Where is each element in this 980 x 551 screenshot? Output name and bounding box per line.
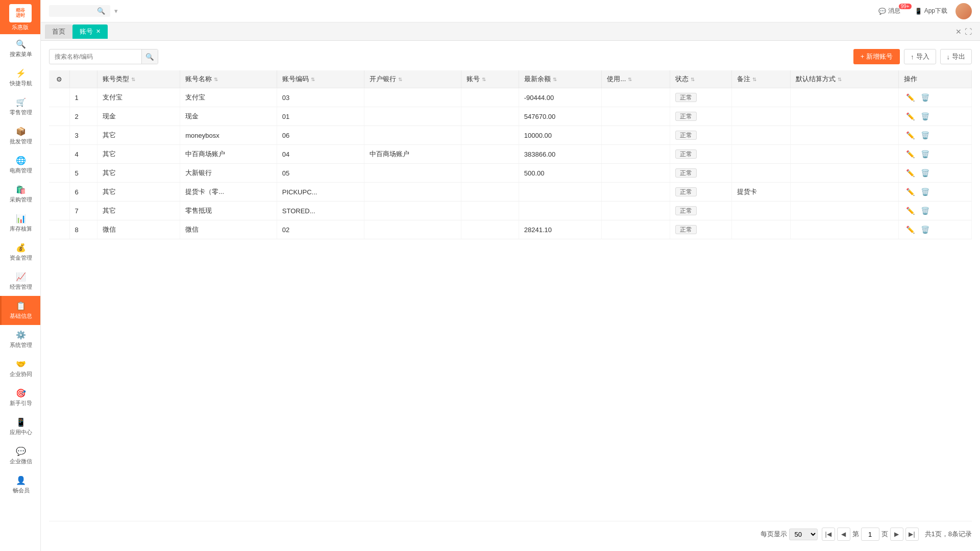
topbar-search-box: 🔍 [49,5,110,17]
edit-btn[interactable]: ✏️ [904,111,917,121]
status-badge: 正常 [675,93,697,102]
import-button[interactable]: ↑ 导入 [904,49,936,64]
topbar-search-input[interactable] [54,8,95,15]
page-prev-btn[interactable]: ◀ [837,528,850,541]
edit-btn[interactable]: ✏️ [904,168,917,178]
delete-btn[interactable]: 🗑️ [919,168,932,178]
sidebar-item-wholesale-mgmt[interactable]: 📦批发管理 [0,121,40,151]
topbar-avatar[interactable] [955,3,972,19]
delete-btn[interactable]: 🗑️ [919,224,932,235]
sidebar-label-beginner-guide: 新手引导 [10,399,32,407]
add-account-button[interactable]: + 新增账号 [853,49,900,64]
page-number-input[interactable] [861,528,879,541]
delete-btn[interactable]: 🗑️ [919,111,932,121]
search-input[interactable] [50,53,141,60]
th-action: 操作 [899,70,972,88]
th-account-name[interactable]: 账号名称⇅ [180,70,277,88]
sidebar-icon-beginner-guide: 🎯 [16,388,26,398]
page-size-select[interactable]: 50 100 [789,529,818,540]
edit-btn[interactable]: ✏️ [904,224,917,235]
cell-account-name: 中百商场账户 [180,145,277,164]
cell-account-name: 提货卡（零... [180,183,277,202]
delete-btn[interactable]: 🗑️ [919,206,932,216]
sidebar-item-inventory-calc[interactable]: 📊库存核算 [0,209,40,238]
cell-account-type: 其它 [97,183,180,202]
th-bank[interactable]: 开户银行⇅ [364,70,461,88]
tab-close-btn[interactable]: ✕ [955,28,962,36]
sidebar-item-enterprise-wechat[interactable]: 💬企业微信 [0,441,40,470]
page-first-btn[interactable]: |◀ [822,528,835,541]
sidebar-item-retail-mgmt[interactable]: 🛒零售管理 [0,92,40,121]
toolbar-left: 🔍 [49,49,158,64]
th-status[interactable]: 状态⇅ [670,70,732,88]
cell-action: ✏️ 🗑️ [899,145,972,164]
page-last-btn[interactable]: ▶| [905,528,919,541]
cell-remark [731,202,790,220]
cell-account-type: 其它 [97,164,180,183]
cell-action: ✏️ 🗑️ [899,164,972,183]
sidebar-item-enterprise-agreement[interactable]: 🤝企业协同 [0,354,40,383]
tab-account[interactable]: 账号 ✕ [72,24,108,39]
cell-num: 1 [69,88,97,107]
th-default-settlement[interactable]: 默认结算方式⇅ [790,70,898,88]
tab-maximize-btn[interactable]: ⛶ [965,28,972,36]
th-account-code[interactable]: 账号编码⇅ [277,70,364,88]
cell-remark [731,220,790,239]
tab-home[interactable]: 首页 [45,24,72,39]
topbar-dropdown-icon[interactable]: ▾ [114,7,118,15]
cell-balance: 10000.00 [519,126,602,145]
sidebar-label-wholesale-mgmt: 批发管理 [10,138,32,145]
cell-default-settlement [790,164,898,183]
cell-bank: 中百商场账户 [364,145,461,164]
edit-btn[interactable]: ✏️ [904,206,917,216]
th-balance[interactable]: 最新余额⇅ [519,70,602,88]
sidebar-item-ops-mgmt[interactable]: 📈经营管理 [0,267,40,296]
delete-btn[interactable]: 🗑️ [919,187,932,197]
sidebar-label-quick-nav: 快捷导航 [10,80,32,87]
th-balance-label: 最新余额 [524,74,551,84]
th-account-no[interactable]: 账号⇅ [461,70,519,88]
cell-default-settlement [790,202,898,220]
edit-btn[interactable]: ✏️ [904,92,917,103]
sidebar-item-purchase-mgmt[interactable]: 🛍️采购管理 [0,180,40,209]
sidebar-item-quick-nav[interactable]: ⚡快捷导航 [0,63,40,92]
th-account-name-label: 账号名称 [185,74,212,84]
topbar-app-download-btn[interactable]: 📱 App下载 [915,7,947,15]
delete-btn[interactable]: 🗑️ [919,92,932,103]
sidebar-label-search-menu: 搜索菜单 [10,51,32,58]
th-remark[interactable]: 备注⇅ [731,70,790,88]
sidebar-item-basic-info[interactable]: 📋基础信息 [0,296,40,325]
cell-account-type: 其它 [97,202,180,220]
th-account-type[interactable]: 账号类型⇅ [97,70,180,88]
delete-btn[interactable]: 🗑️ [919,130,932,140]
sidebar-item-ecommerce-mgmt[interactable]: 🌐电商管理 [0,151,40,180]
tab-account-close-icon[interactable]: ✕ [96,28,101,35]
delete-btn[interactable]: 🗑️ [919,149,932,159]
status-badge: 正常 [675,131,697,140]
cell-bank [364,164,461,183]
sidebar-item-search-menu[interactable]: 🔍搜索菜单 [0,34,40,63]
cell-remark [731,126,790,145]
cell-account-name: moneybosx [180,126,277,145]
sidebar-logo: 稻谷进时 乐惠版 [0,0,40,34]
status-badge: 正常 [675,225,697,234]
cell-status: 正常 [670,220,732,239]
sidebar-label-purchase-mgmt: 采购管理 [10,196,32,204]
th-settings[interactable]: ⚙ [49,70,69,88]
edit-btn[interactable]: ✏️ [904,130,917,140]
sidebar-item-beginner-guide[interactable]: 🎯新手引导 [0,383,40,412]
edit-btn[interactable]: ✏️ [904,149,917,159]
sidebar-item-app-center[interactable]: 📱应用中心 [0,412,40,441]
sidebar-item-system-mgmt[interactable]: ⚙️系统管理 [0,325,40,354]
edit-btn[interactable]: ✏️ [904,187,917,197]
accounts-table: ⚙ 账号类型⇅ 账号名称⇅ 账号编码⇅ 开户银行⇅ 账号⇅ 最新余额⇅ 使用..… [49,70,972,239]
status-badge: 正常 [675,206,697,215]
search-button[interactable]: 🔍 [141,49,158,64]
page-next-btn[interactable]: ▶ [890,528,903,541]
topbar-message-btn[interactable]: 💬 消息 99+ [878,7,906,15]
sidebar-icon-finance-mgmt: 💰 [16,243,26,253]
export-button[interactable]: ↓ 导出 [940,49,972,64]
sidebar-item-member[interactable]: 👤畅会员 [0,470,40,499]
th-usage[interactable]: 使用...⇅ [602,70,670,88]
sidebar-item-finance-mgmt[interactable]: 💰资金管理 [0,238,40,267]
